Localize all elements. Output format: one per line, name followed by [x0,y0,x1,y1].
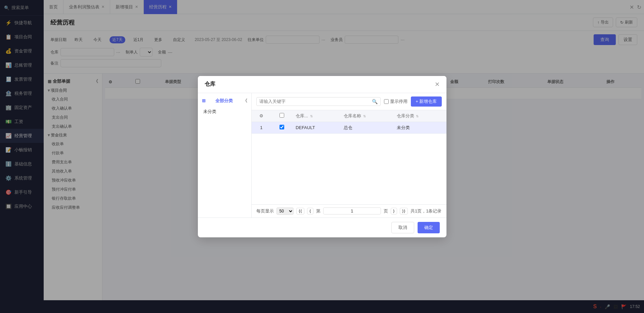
sort-icon: ⇅ [310,114,313,118]
modal-header: 仓库 ✕ [198,76,446,93]
modal-pagination: 每页显示 50 20 100 ⟨⟨ ⟨ 第 页 ⟩ ⟩⟩ 共1页，1条记录 [252,204,446,218]
modal-table-row[interactable]: 1 DEFAULT 总仓 未分类 [252,122,446,133]
modal-search-icon: 🔍 [372,99,378,104]
modal-table-wrap: ⚙ 仓库... ⇅ 仓库名称 ⇅ [252,110,446,204]
modal-cat-uncategorized[interactable]: 未分类 [198,106,251,117]
grid-icon: ⊞ [202,98,206,103]
show-disabled-text: 显示停用 [390,99,407,105]
modal-body: ⊞ 全部分类 《 未分类 🔍 显示停用 [198,93,446,218]
add-warehouse-button[interactable]: + 新增仓库 [411,96,441,107]
modal-page-input[interactable] [323,207,381,214]
modal-toolbar: 🔍 显示停用 + 新增仓库 [252,93,446,110]
modal-th-name: 仓库名称 ⇅ [340,110,393,122]
modal-categories: ⊞ 全部分类 《 未分类 [198,93,252,218]
modal-collapse-btn[interactable]: 《 [243,98,247,104]
modal-row-index: 1 [252,122,271,133]
cancel-button[interactable]: 取消 [391,222,414,233]
modal-right: 🔍 显示停用 + 新增仓库 ⚙ [252,93,446,218]
modal-row-category: 未分类 [393,122,446,133]
modal-cat-all-label[interactable]: 全部分类 [215,98,233,104]
modal-row-code: DEFAULT [292,122,340,133]
row-checkbox[interactable] [280,125,284,129]
modal-per-page-select[interactable]: 50 20 100 [276,207,294,215]
confirm-button[interactable]: 确定 [418,222,440,233]
modal-last-page-btn[interactable]: ⟩⟩ [400,208,408,214]
modal-table: ⚙ 仓库... ⇅ 仓库名称 ⇅ [252,110,446,134]
modal-title: 仓库 [205,81,215,88]
modal-page-label: 第 [316,208,320,214]
modal-first-page-btn[interactable]: ⟨⟨ [296,208,304,214]
modal-row-name: 总仓 [340,122,393,133]
modal-next-page-btn[interactable]: ⟩ [391,208,397,214]
show-disabled-label[interactable]: 显示停用 [384,99,407,105]
modal-th-category: 仓库分类 ⇅ [393,110,446,122]
sort-icon: ⇅ [363,114,366,118]
modal-per-page-label: 每页显示 [256,208,274,214]
modal-th-settings: ⚙ [252,110,271,122]
modal-table-header-row: ⚙ 仓库... ⇅ 仓库名称 ⇅ [252,110,446,122]
modal-search-input[interactable] [259,99,370,104]
show-disabled-checkbox[interactable] [384,99,389,104]
modal-row-checkbox[interactable] [271,122,292,133]
modal-select-all-checkbox[interactable] [280,113,284,118]
modal-cat-header: ⊞ 全部分类 《 [198,96,251,106]
modal-total-text: 共1页，1条记录 [411,208,441,214]
sort-icon: ⇅ [416,114,419,118]
modal-page-unit: 页 [384,208,388,214]
modal-th-code: 仓库... ⇅ [292,110,340,122]
warehouse-modal: 仓库 ✕ ⊞ 全部分类 《 未分类 🔍 [198,76,446,237]
modal-footer: 取消 确定 [198,218,446,237]
modal-overlay: 仓库 ✕ ⊞ 全部分类 《 未分类 🔍 [0,0,644,313]
modal-search-wrap: 🔍 [256,97,381,106]
modal-prev-page-btn[interactable]: ⟨ [307,208,313,214]
modal-th-checkbox [271,110,292,122]
modal-close-btn[interactable]: ✕ [435,81,440,88]
